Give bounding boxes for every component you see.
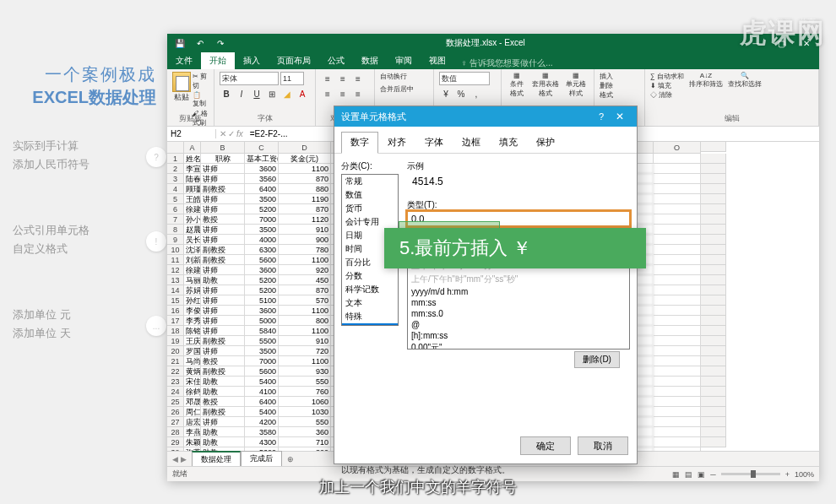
dialog-tab-2[interactable]: 字体: [415, 132, 453, 153]
format-item[interactable]: [h]:mm:ss: [408, 330, 629, 341]
cell[interactable]: 880: [279, 184, 331, 194]
currency-icon[interactable]: ¥: [439, 87, 453, 100]
cell[interactable]: 550: [279, 377, 331, 387]
cell[interactable]: 助教: [201, 427, 245, 437]
cell[interactable]: [654, 275, 701, 285]
cell[interactable]: 副教授: [201, 245, 245, 255]
cell[interactable]: 17: [167, 316, 184, 326]
cell[interactable]: [701, 174, 726, 184]
cell[interactable]: 5200: [245, 285, 279, 295]
cell[interactable]: [654, 225, 701, 235]
cell[interactable]: 5400: [245, 407, 279, 417]
cell[interactable]: [654, 235, 701, 245]
table-format-button[interactable]: ▦套用表格格式: [530, 72, 561, 98]
tab-file[interactable]: 文件: [167, 52, 201, 69]
category-item[interactable]: 常规: [342, 175, 398, 188]
cell[interactable]: 22: [167, 366, 184, 377]
sheet-add-icon[interactable]: ⊕: [282, 455, 299, 463]
cell[interactable]: 李俊伟: [184, 306, 201, 316]
cell[interactable]: 360: [279, 427, 331, 437]
format-button[interactable]: 格式: [600, 90, 639, 100]
cell[interactable]: 孙小川: [184, 214, 201, 225]
redo-icon[interactable]: ↷: [213, 36, 228, 50]
cell[interactable]: 760: [279, 387, 331, 397]
cell[interactable]: 讲师: [201, 417, 245, 427]
delete-format-button[interactable]: 删除(D): [574, 351, 620, 368]
cell[interactable]: 孙红蕾: [184, 295, 201, 306]
cell[interactable]: [701, 346, 726, 356]
cell[interactable]: 马丽珍: [184, 275, 201, 285]
header-cell[interactable]: 职称: [201, 154, 245, 164]
cell[interactable]: 3600: [245, 265, 279, 275]
tab-view[interactable]: 视图: [421, 52, 454, 69]
category-item[interactable]: 数值: [342, 188, 398, 202]
cell[interactable]: [701, 377, 726, 387]
cell[interactable]: 沈泽煜: [184, 245, 201, 255]
cell[interactable]: 4: [167, 184, 184, 194]
cancel-button[interactable]: 取消: [578, 436, 628, 455]
cell[interactable]: 570: [279, 295, 331, 306]
cell[interactable]: 910: [279, 225, 331, 235]
cell[interactable]: [701, 235, 726, 245]
percent-icon[interactable]: %: [454, 87, 468, 100]
dialog-tab-0[interactable]: 数字: [341, 132, 378, 154]
cell[interactable]: 3600: [245, 164, 279, 174]
cell[interactable]: 14: [167, 285, 184, 295]
cell[interactable]: 1100: [279, 306, 331, 316]
cell[interactable]: [701, 407, 726, 417]
copy-button[interactable]: 📋 复制: [193, 91, 209, 108]
cell[interactable]: 讲师: [201, 174, 245, 184]
cell[interactable]: 教授: [201, 397, 245, 407]
bold-button[interactable]: B: [220, 87, 233, 100]
cell[interactable]: 13: [167, 275, 184, 285]
col-header-D[interactable]: D: [279, 142, 331, 154]
cell[interactable]: [701, 184, 726, 194]
cell[interactable]: [654, 265, 701, 275]
cell[interactable]: 6300: [245, 245, 279, 255]
cell[interactable]: 5600: [245, 255, 279, 265]
cell[interactable]: [654, 437, 701, 447]
cell[interactable]: 27: [167, 417, 184, 427]
cell[interactable]: 刘新晨: [184, 255, 201, 265]
cell[interactable]: [654, 346, 701, 356]
align-bot-icon[interactable]: ≡: [351, 72, 365, 85]
cell[interactable]: 唐宏宇: [184, 417, 201, 427]
cell[interactable]: 罗国杰: [184, 346, 201, 356]
cell[interactable]: [654, 194, 701, 204]
cell[interactable]: 21: [167, 356, 184, 366]
cell[interactable]: [701, 255, 726, 265]
cell[interactable]: 4000: [245, 235, 279, 245]
cell[interactable]: 王皓磊: [184, 194, 201, 204]
cell[interactable]: 1030: [279, 407, 331, 417]
sheet-nav[interactable]: ◀ ▶: [167, 455, 192, 463]
fontcolor-button[interactable]: A: [296, 87, 309, 100]
autosum-button[interactable]: ∑ 自动求和: [650, 72, 684, 81]
cell[interactable]: 副教授: [201, 336, 245, 346]
cell[interactable]: 讲师: [201, 235, 245, 245]
header-cell[interactable]: 姓名: [184, 154, 201, 164]
cell[interactable]: 副教授: [201, 366, 245, 377]
cell[interactable]: [654, 184, 701, 194]
cell[interactable]: [701, 356, 726, 366]
font-size-select[interactable]: 11: [280, 72, 304, 85]
col-header-B[interactable]: B: [201, 142, 245, 154]
align-left-icon[interactable]: ≡: [321, 87, 334, 100]
cell[interactable]: 3500: [245, 346, 279, 356]
cell[interactable]: 550: [279, 417, 331, 427]
cell[interactable]: 910: [279, 336, 331, 346]
cell[interactable]: [654, 295, 701, 306]
align-right-icon[interactable]: ≡: [351, 87, 365, 100]
cell[interactable]: 邓晟煜: [184, 397, 201, 407]
tab-data[interactable]: 数据: [353, 52, 387, 69]
find-button[interactable]: 🔍查找和选择: [728, 72, 762, 100]
cell[interactable]: [701, 204, 726, 214]
cell[interactable]: 教授: [201, 356, 245, 366]
cell[interactable]: 讲师: [201, 265, 245, 275]
cell[interactable]: 朱颖: [184, 437, 201, 447]
name-box[interactable]: H2: [167, 129, 216, 138]
cell[interactable]: 李宣峰: [184, 164, 201, 174]
cell[interactable]: [701, 306, 726, 316]
cell[interactable]: [701, 275, 726, 285]
cell[interactable]: 3500: [245, 225, 279, 235]
cell[interactable]: 讲师: [201, 316, 245, 326]
